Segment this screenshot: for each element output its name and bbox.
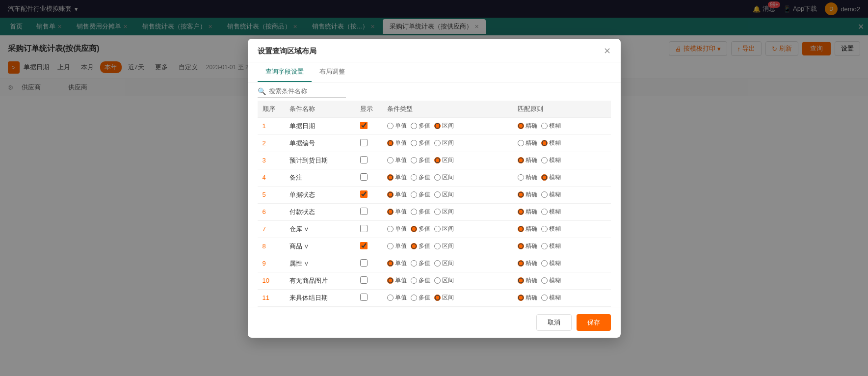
type-single-10[interactable]: 单值 xyxy=(387,294,407,302)
type-range-8[interactable]: 区间 xyxy=(434,259,454,268)
match-exact-3[interactable]: 精确 xyxy=(518,173,537,182)
match-radio-fuzzy-8[interactable] xyxy=(541,260,548,267)
match-radio-fuzzy-7[interactable] xyxy=(541,243,548,249)
type-radio-multi-3[interactable] xyxy=(411,174,417,181)
type-radio-range-6[interactable] xyxy=(434,226,441,232)
match-exact-8[interactable]: 精确 xyxy=(518,259,537,268)
row-check-5[interactable] xyxy=(355,203,382,220)
type-range-3[interactable]: 区间 xyxy=(434,173,454,182)
match-radio-fuzzy-10[interactable] xyxy=(541,295,548,301)
type-radio-range-4[interactable] xyxy=(434,191,441,198)
match-fuzzy-10[interactable]: 模糊 xyxy=(541,294,561,302)
type-range-5[interactable]: 区间 xyxy=(434,208,454,216)
type-radio-single-5[interactable] xyxy=(387,209,394,215)
match-radio-fuzzy-4[interactable] xyxy=(541,191,548,198)
type-range-7[interactable]: 区间 xyxy=(434,242,454,250)
type-multi-6[interactable]: 多值 xyxy=(411,225,430,233)
match-fuzzy-1[interactable]: 模糊 xyxy=(541,139,561,147)
type-range-1[interactable]: 区间 xyxy=(434,139,454,147)
search-input[interactable] xyxy=(269,87,346,95)
match-exact-1[interactable]: 精确 xyxy=(518,139,537,147)
type-radio-multi-1[interactable] xyxy=(411,140,417,146)
modal-tab-layout[interactable]: 布局调整 xyxy=(312,62,353,82)
checkbox-6[interactable] xyxy=(360,225,368,232)
type-radio-multi-4[interactable] xyxy=(411,191,417,198)
match-radio-fuzzy-1[interactable] xyxy=(541,140,548,146)
checkbox-4[interactable] xyxy=(360,190,368,198)
type-range-0[interactable]: 区间 xyxy=(434,122,454,130)
type-radio-multi-7[interactable] xyxy=(411,243,417,249)
type-multi-8[interactable]: 多值 xyxy=(411,259,430,268)
type-single-2[interactable]: 单值 xyxy=(387,156,407,164)
type-multi-10[interactable]: 多值 xyxy=(411,294,430,302)
type-single-4[interactable]: 单值 xyxy=(387,190,407,199)
row-check-2[interactable] xyxy=(355,152,382,169)
type-radio-range-8[interactable] xyxy=(434,260,441,267)
type-range-6[interactable]: 区间 xyxy=(434,225,454,233)
type-radio-multi-6[interactable] xyxy=(411,226,417,232)
type-multi-0[interactable]: 多值 xyxy=(411,122,430,130)
type-radio-range-2[interactable] xyxy=(434,157,441,163)
match-exact-0[interactable]: 精确 xyxy=(518,122,537,130)
type-single-5[interactable]: 单值 xyxy=(387,208,407,216)
match-fuzzy-7[interactable]: 模糊 xyxy=(541,242,561,250)
match-radio-fuzzy-9[interactable] xyxy=(541,277,548,284)
match-radio-fuzzy-6[interactable] xyxy=(541,226,548,232)
type-radio-multi-10[interactable] xyxy=(411,295,417,301)
checkbox-3[interactable] xyxy=(360,173,368,181)
row-check-0[interactable] xyxy=(355,117,382,134)
match-radio-exact-4[interactable] xyxy=(518,191,524,198)
type-single-3[interactable]: 单值 xyxy=(387,173,407,182)
type-range-10[interactable]: 区间 xyxy=(434,294,454,302)
row-check-7[interactable] xyxy=(355,238,382,255)
match-radio-exact-2[interactable] xyxy=(518,157,524,163)
type-range-9[interactable]: 区间 xyxy=(434,276,454,285)
type-multi-3[interactable]: 多值 xyxy=(411,173,430,182)
match-exact-5[interactable]: 精确 xyxy=(518,208,537,216)
match-exact-4[interactable]: 精确 xyxy=(518,190,537,199)
match-radio-fuzzy-3[interactable] xyxy=(541,174,548,181)
checkbox-10[interactable] xyxy=(360,294,368,301)
type-single-6[interactable]: 单值 xyxy=(387,225,407,233)
match-fuzzy-5[interactable]: 模糊 xyxy=(541,208,561,216)
match-fuzzy-4[interactable]: 模糊 xyxy=(541,190,561,199)
checkbox-7[interactable] xyxy=(360,242,368,249)
type-radio-single-7[interactable] xyxy=(387,243,394,249)
type-radio-multi-0[interactable] xyxy=(411,123,417,129)
checkbox-1[interactable] xyxy=(360,139,368,146)
type-radio-range-10[interactable] xyxy=(434,295,441,301)
match-fuzzy-8[interactable]: 模糊 xyxy=(541,259,561,268)
match-radio-exact-3[interactable] xyxy=(518,174,524,181)
checkbox-5[interactable] xyxy=(360,208,368,215)
type-radio-range-9[interactable] xyxy=(434,277,441,284)
match-fuzzy-9[interactable]: 模糊 xyxy=(541,276,561,285)
match-radio-exact-10[interactable] xyxy=(518,295,524,301)
type-radio-single-0[interactable] xyxy=(387,123,394,129)
row-check-4[interactable] xyxy=(355,186,382,203)
type-radio-range-0[interactable] xyxy=(434,123,441,129)
row-check-8[interactable] xyxy=(355,255,382,272)
row-check-1[interactable] xyxy=(355,134,382,152)
cancel-button[interactable]: 取消 xyxy=(536,314,572,331)
match-radio-exact-8[interactable] xyxy=(518,260,524,267)
type-radio-single-10[interactable] xyxy=(387,295,394,301)
type-single-7[interactable]: 单值 xyxy=(387,242,407,250)
match-radio-exact-5[interactable] xyxy=(518,209,524,215)
match-radio-exact-1[interactable] xyxy=(518,140,524,146)
match-radio-fuzzy-2[interactable] xyxy=(541,157,548,163)
match-fuzzy-2[interactable]: 模糊 xyxy=(541,156,561,164)
type-radio-range-3[interactable] xyxy=(434,174,441,181)
match-exact-9[interactable]: 精确 xyxy=(518,276,537,285)
type-radio-multi-9[interactable] xyxy=(411,277,417,284)
match-fuzzy-6[interactable]: 模糊 xyxy=(541,225,561,233)
match-fuzzy-3[interactable]: 模糊 xyxy=(541,173,561,182)
row-check-10[interactable] xyxy=(355,289,382,306)
type-multi-9[interactable]: 多值 xyxy=(411,276,430,285)
type-range-4[interactable]: 区间 xyxy=(434,190,454,199)
type-single-8[interactable]: 单值 xyxy=(387,259,407,268)
modal-tab-fields[interactable]: 查询字段设置 xyxy=(258,62,312,82)
type-single-0[interactable]: 单值 xyxy=(387,122,407,130)
modal-close-button[interactable]: ✕ xyxy=(604,47,611,55)
match-radio-exact-0[interactable] xyxy=(518,123,524,129)
type-single-9[interactable]: 单值 xyxy=(387,276,407,285)
